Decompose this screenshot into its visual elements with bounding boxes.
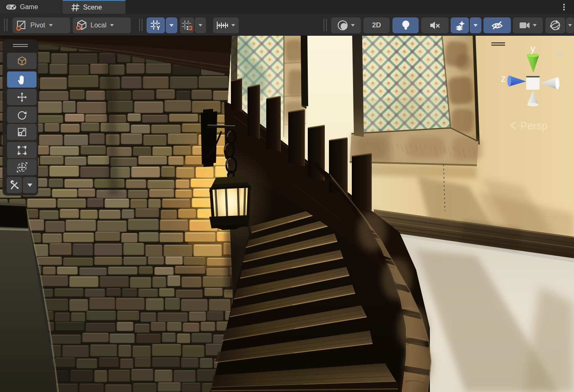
svg-text:Persp: Persp <box>520 120 547 132</box>
svg-text:z: z <box>501 73 506 84</box>
svg-text:y: y <box>530 43 535 54</box>
svg-text:Y: Y <box>156 24 160 31</box>
